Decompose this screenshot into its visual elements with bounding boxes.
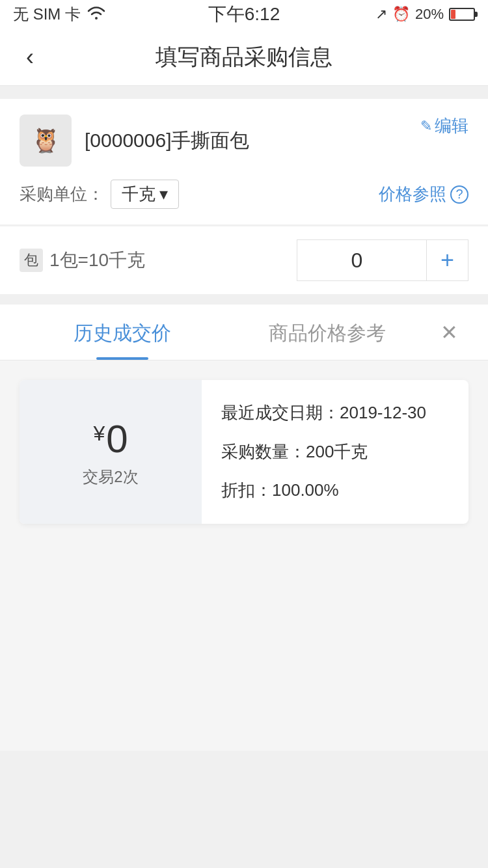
nav-bar: ‹ 填写商品采购信息 (0, 29, 488, 86)
status-time: 下午6:12 (208, 2, 280, 27)
help-icon: ? (450, 185, 468, 204)
battery-icon (449, 8, 475, 21)
status-right: ↗ ⏰ 20% (375, 6, 475, 23)
location-icon: ↗ (375, 6, 387, 23)
product-info: [0000006]手撕面包 (85, 128, 249, 154)
product-image-placeholder: 🦉 (31, 127, 61, 154)
transaction-details: 最近成交日期：2019-12-30 采购数量：200千克 折扣：100.00% (202, 380, 468, 524)
tab-history-label: 历史成交价 (74, 322, 171, 344)
dropdown-icon: ▾ (159, 184, 168, 204)
battery-percentage: 20% (415, 6, 444, 23)
tab-price-ref-label: 商品价格参考 (269, 322, 386, 344)
price-value: 0 (106, 416, 128, 461)
product-thumbnail: 🦉 (20, 115, 72, 167)
product-card: 🦉 [0000006]手撕面包 ✎ 编辑 采购单位： 千克 ▾ 价格参照 ? (0, 99, 488, 224)
product-name: [0000006]手撕面包 (85, 128, 249, 154)
product-meta: 采购单位： 千克 ▾ 价格参照 ? (20, 180, 468, 209)
unit-value: 千克 (122, 183, 156, 206)
discount-value: 100.00% (272, 480, 339, 500)
transaction-price-section: ¥ 0 交易2次 (20, 380, 202, 524)
discount-label: 折扣： (221, 480, 272, 500)
unit-label-text: 采购单位： (20, 183, 104, 206)
quantity-controls: + (297, 239, 468, 281)
transaction-price: ¥ 0 (93, 416, 128, 461)
currency-symbol: ¥ (93, 422, 105, 446)
quantity-unit-info: 包 1包=10千克 (20, 248, 145, 273)
carrier-text: 无 SIM 卡 (13, 4, 81, 25)
transaction-count: 交易2次 (83, 467, 138, 487)
edit-label: 编辑 (435, 115, 468, 137)
unit-short: 包 (24, 251, 38, 270)
tab-history-price[interactable]: 历史成交价 (20, 305, 224, 360)
product-left: 🦉 [0000006]手撕面包 (20, 115, 249, 167)
content-area: ¥ 0 交易2次 最近成交日期：2019-12-30 采购数量：200千克 折扣… (0, 360, 488, 751)
quantity-input[interactable] (297, 239, 427, 281)
unit-label: 采购单位： 千克 ▾ (20, 180, 179, 209)
back-button[interactable]: ‹ (20, 37, 40, 77)
recent-date-value: 2019-12-30 (340, 403, 426, 422)
unit-box: 包 (20, 249, 43, 272)
tab-product-price-ref[interactable]: 商品价格参考 (224, 305, 429, 360)
close-icon: ✕ (441, 320, 458, 345)
edit-button[interactable]: ✎ 编辑 (420, 115, 468, 137)
recent-date-label: 最近成交日期： (221, 403, 340, 422)
unit-description: 1包=10千克 (49, 248, 145, 273)
product-header: 🦉 [0000006]手撕面包 ✎ 编辑 (20, 115, 468, 167)
transaction-card: ¥ 0 交易2次 最近成交日期：2019-12-30 采购数量：200千克 折扣… (20, 380, 468, 524)
quantity-row: 包 1包=10千克 + (0, 226, 488, 294)
status-left: 无 SIM 卡 (13, 4, 105, 25)
tab-bar: 历史成交价 商品价格参考 ✕ (0, 305, 488, 360)
edit-icon: ✎ (420, 118, 432, 135)
page-title: 填写商品采购信息 (156, 42, 332, 72)
product-code: [0000006] (85, 129, 171, 151)
product-name-text: 手撕面包 (171, 129, 249, 151)
price-ref-label: 价格参照 (379, 183, 446, 206)
quantity-plus-button[interactable]: + (427, 239, 468, 281)
alarm-icon: ⏰ (392, 6, 410, 23)
unit-select[interactable]: 千克 ▾ (111, 180, 179, 209)
quantity-value: 200千克 (306, 442, 368, 461)
tab-close-button[interactable]: ✕ (429, 313, 468, 352)
quantity-label: 采购数量： (221, 442, 306, 461)
price-ref-button[interactable]: 价格参照 ? (379, 183, 468, 206)
recent-date-row: 最近成交日期：2019-12-30 (221, 400, 449, 427)
discount-row: 折扣：100.00% (221, 477, 449, 504)
quantity-row-detail: 采购数量：200千克 (221, 439, 449, 466)
wifi-icon (87, 5, 105, 23)
status-bar: 无 SIM 卡 下午6:12 ↗ ⏰ 20% (0, 0, 488, 29)
plus-icon: + (441, 247, 454, 274)
